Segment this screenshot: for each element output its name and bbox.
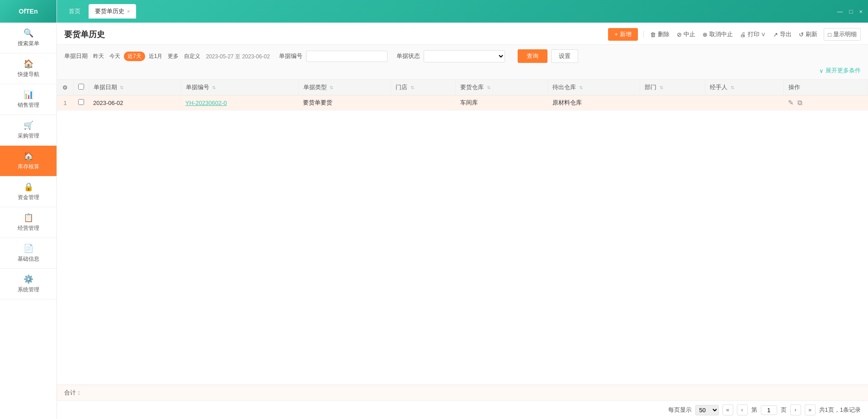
cart-icon: 🛒 xyxy=(24,120,33,130)
row-checkbox[interactable] xyxy=(78,99,84,105)
topbar-minimize-icon[interactable]: — xyxy=(837,8,843,15)
refresh-button[interactable]: ↺ 刷新 xyxy=(798,30,818,38)
export-button[interactable]: ↗ 导出 xyxy=(772,30,793,38)
sort-icon-handler[interactable]: ⇅ xyxy=(731,85,734,90)
search-icon: 🔍 xyxy=(24,28,33,38)
date-btn-more[interactable]: 更多 xyxy=(166,52,180,61)
data-table: ⚙ 单据日期 ⇅ 单据编号 ⇅ xyxy=(57,80,868,110)
docnum-link[interactable]: YH-20230602-0 xyxy=(185,100,227,106)
date-btn-last7days[interactable]: 近7天 xyxy=(124,52,145,61)
cancel-stop-icon: ⊗ xyxy=(703,31,708,38)
sidebar-item-sales[interactable]: 📊 销售管理 xyxy=(0,84,57,115)
page: 要货单历史 + 新增 🗑 删除 ⊘ 中止 ⊗ 取消中止 🖨 打 xyxy=(57,23,868,419)
gear-icon: ⚙️ xyxy=(24,274,33,284)
date-range-display: 2023-05-27 至 2023-06-02 xyxy=(206,53,269,61)
sidebar-item-label: 库存核算 xyxy=(18,163,39,171)
sidebar-item-label: 搜索菜单 xyxy=(18,40,39,48)
cell-date: 2023-06-02 xyxy=(89,95,181,110)
docnum-label: 单据编号 xyxy=(279,52,302,60)
date-btn-today[interactable]: 今天 xyxy=(108,52,122,61)
sidebar-item-system[interactable]: ⚙️ 系统管理 xyxy=(0,269,57,300)
logo-text: OfTEn xyxy=(19,8,38,15)
cell-checkbox xyxy=(73,95,89,110)
date-btn-custom[interactable]: 自定义 xyxy=(182,52,202,61)
home-icon: 🏠 xyxy=(24,59,33,69)
show-detail-button[interactable]: □ 显示明细 xyxy=(824,28,861,41)
new-button[interactable]: + 新增 xyxy=(608,28,637,41)
prev-page-button[interactable]: ‹ xyxy=(737,405,748,415)
query-button[interactable]: 查询 xyxy=(518,49,547,63)
sidebar-item-operations[interactable]: 📋 经营管理 xyxy=(0,207,57,238)
first-page-button[interactable]: « xyxy=(722,405,733,415)
per-page-select[interactable]: 50 100 200 xyxy=(695,405,719,415)
filter-area: 单据日期 昨天 今天 近7天 近1月 更多 自定义 2023-05-27 至 2… xyxy=(57,45,868,80)
col-header-handler: 经手人 ⇅ xyxy=(705,80,783,95)
delete-icon: 🗑 xyxy=(650,31,656,38)
sort-icon-reqwarehouse[interactable]: ⇅ xyxy=(487,85,491,90)
settings-gear-icon[interactable]: ⚙ xyxy=(62,84,68,91)
sidebar-item-label: 采购管理 xyxy=(18,132,39,140)
next-page-button[interactable]: › xyxy=(790,405,801,415)
date-btn-yesterday[interactable]: 昨天 xyxy=(91,52,106,61)
sort-icon-store[interactable]: ⇅ xyxy=(410,85,414,90)
status-select[interactable] xyxy=(424,50,505,62)
toolbar: + 新增 🗑 删除 ⊘ 中止 ⊗ 取消中止 🖨 打印 ∨ xyxy=(608,28,861,41)
docnum-input[interactable] xyxy=(306,51,387,62)
tab-home[interactable]: 首页 xyxy=(62,4,87,19)
delete-button[interactable]: 🗑 删除 xyxy=(649,30,670,38)
sidebar-item-label: 系统管理 xyxy=(18,286,39,294)
settings-col-header[interactable]: ⚙ xyxy=(57,80,73,95)
sidebar-item-basic[interactable]: 📄 基础信息 xyxy=(0,238,57,269)
cancel-stop-button[interactable]: ⊗ 取消中止 xyxy=(702,30,734,38)
sidebar-item-purchase[interactable]: 🛒 采购管理 xyxy=(0,115,57,146)
sidebar-logo: OfTEn xyxy=(0,0,57,23)
sort-icon-department[interactable]: ⇅ xyxy=(660,85,663,90)
sidebar-item-search[interactable]: 🔍 搜索菜单 xyxy=(0,23,57,53)
tab-requisition[interactable]: 要货单历史 × xyxy=(89,4,136,19)
col-header-date: 单据日期 ⇅ xyxy=(89,80,181,95)
select-all-checkbox[interactable] xyxy=(78,84,84,90)
tab-close-icon[interactable]: × xyxy=(127,9,130,14)
page-title: 要货单历史 xyxy=(64,29,105,40)
expand-filter-button[interactable]: ∨ 展开更多条件 xyxy=(819,67,861,75)
cell-doctype: 要货单要货 xyxy=(298,95,391,110)
table-body: 1 2023-06-02 YH-20230602-0 要货单要货 车间库 原材料… xyxy=(57,95,868,110)
cell-docnum[interactable]: YH-20230602-0 xyxy=(181,95,298,110)
date-btn-last1month[interactable]: 近1月 xyxy=(147,52,165,61)
page-number-input[interactable] xyxy=(761,405,777,415)
main-content: 首页 要货单历史 × — □ × 要货单历史 + 新增 🗑 删除 ⊘ xyxy=(57,0,868,419)
refresh-icon: ↺ xyxy=(799,31,804,38)
sidebar-item-quicknav[interactable]: 🏠 快捷导航 xyxy=(0,53,57,84)
settings-button[interactable]: 设置 xyxy=(551,49,578,63)
summary-label: 合计： xyxy=(64,389,82,396)
page-header: 要货单历史 + 新增 🗑 删除 ⊘ 中止 ⊗ 取消中止 🖨 打 xyxy=(57,23,868,45)
print-button[interactable]: 🖨 打印 ∨ xyxy=(739,30,767,38)
copy-icon[interactable]: ⧉ xyxy=(797,99,802,107)
topbar-close-icon[interactable]: × xyxy=(859,8,863,15)
sidebar-item-finance[interactable]: 🔒 资金管理 xyxy=(0,176,57,207)
cell-reqwarehouse: 车间库 xyxy=(456,95,548,110)
sidebar-item-label: 基础信息 xyxy=(18,255,39,263)
clipboard-icon: 📋 xyxy=(24,213,33,223)
cell-store xyxy=(391,95,455,110)
sidebar-item-inventory[interactable]: 🏠 库存核算 xyxy=(0,146,57,176)
action-icons: ✎ ⧉ xyxy=(788,99,863,107)
topbar: 首页 要货单历史 × — □ × xyxy=(57,0,868,23)
stop-icon: ⊘ xyxy=(677,31,682,38)
topbar-maximize-icon[interactable]: □ xyxy=(849,8,853,15)
sort-icon-pendingwarehouse[interactable]: ⇅ xyxy=(579,85,583,90)
cancel-stop-label: 取消中止 xyxy=(709,30,733,38)
stop-button[interactable]: ⊘ 中止 xyxy=(676,30,696,38)
edit-icon[interactable]: ✎ xyxy=(788,99,794,107)
cell-handler xyxy=(705,95,783,110)
page-label: 第 xyxy=(751,406,757,414)
filter-row: 单据日期 昨天 今天 近7天 近1月 更多 自定义 2023-05-27 至 2… xyxy=(64,49,861,63)
sort-icon-doctype[interactable]: ⇅ xyxy=(330,85,333,90)
table-row: 1 2023-06-02 YH-20230602-0 要货单要货 车间库 原材料… xyxy=(57,95,868,110)
last-page-button[interactable]: » xyxy=(805,405,816,415)
sort-icon-date[interactable]: ⇅ xyxy=(120,85,123,90)
sidebar-item-label: 资金管理 xyxy=(18,194,39,201)
sidebar-item-label: 经营管理 xyxy=(18,224,39,232)
total-info: 共1页，1条记录 xyxy=(819,406,861,414)
sort-icon-docnum[interactable]: ⇅ xyxy=(212,85,216,90)
